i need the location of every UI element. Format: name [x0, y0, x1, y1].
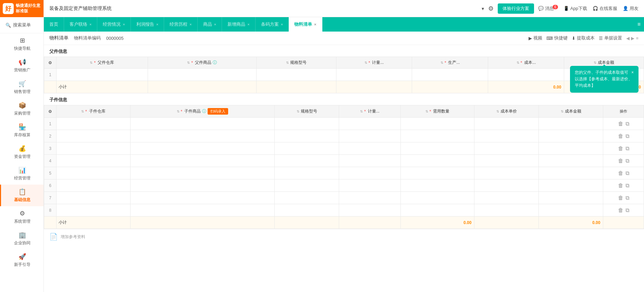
close-all-tabs-button[interactable]: ≡	[634, 21, 644, 27]
nav-prev-icon[interactable]: ◀	[626, 36, 630, 41]
tooltip-close-button[interactable]: ×	[631, 69, 634, 76]
child-unit-cost-6[interactable]	[474, 179, 539, 192]
parent-cost-cell[interactable]	[488, 69, 564, 81]
app-download-button[interactable]: 📱 App下载	[564, 5, 587, 12]
child-qty-8[interactable]	[400, 204, 474, 217]
child-product-4[interactable]	[130, 155, 275, 167]
child-unit-cost-1[interactable]	[474, 118, 539, 130]
tab-bom[interactable]: 物料清单 ×	[289, 17, 322, 32]
close-customers-icon[interactable]: ×	[89, 22, 91, 26]
search-menu-button[interactable]: 🔍 搜索菜单	[3, 20, 41, 30]
close-operations-icon[interactable]: ×	[123, 22, 125, 26]
child-qty-5[interactable]	[400, 167, 474, 179]
child-warehouse-1[interactable]	[57, 118, 131, 130]
child-cost-amount-3[interactable]	[539, 142, 603, 155]
message-button[interactable]: 💬 消息 6	[538, 5, 558, 12]
child-spec-3[interactable]	[275, 142, 339, 155]
child-unit-5[interactable]	[339, 167, 401, 179]
sidebar-item-enterprise[interactable]: 🏢 企业协同	[0, 228, 44, 249]
sidebar-item-finance[interactable]: 💰 资金管理	[0, 141, 44, 163]
child-qty-4[interactable]	[400, 155, 474, 167]
tab-operations-status[interactable]: 经营情况 ×	[97, 17, 131, 32]
trial-button[interactable]: 体验行业方案	[498, 3, 534, 14]
close-new-product-icon[interactable]: ×	[247, 22, 249, 26]
child-warehouse-8[interactable]	[57, 204, 131, 217]
copy-row-8-icon[interactable]: ⧉	[626, 207, 629, 213]
view-action[interactable]: ▶ 视频	[529, 35, 542, 41]
child-unit-cost-3[interactable]	[474, 142, 539, 155]
extract-cost-action[interactable]: ⬇ 提取成本	[572, 35, 595, 41]
copy-row-1-icon[interactable]: ⧉	[626, 121, 629, 127]
sidebar-item-guide[interactable]: 🚀 新手引导	[0, 249, 44, 271]
delete-row-5-icon[interactable]: 🗑	[618, 170, 623, 176]
delete-row-1-icon[interactable]: 🗑	[618, 121, 623, 127]
child-cost-amount-4[interactable]	[539, 155, 603, 167]
sort-icon-2[interactable]: ⇅	[187, 61, 190, 65]
tab-barcode[interactable]: 条码方案 ×	[256, 17, 289, 32]
child-unit-1[interactable]	[339, 118, 401, 130]
child-unit-cost-5[interactable]	[474, 167, 539, 179]
close-barcode-icon[interactable]: ×	[281, 22, 283, 26]
sidebar-item-system[interactable]: ⚙ 系统管理	[0, 206, 44, 228]
child-spec-6[interactable]	[275, 179, 339, 192]
child-col-settings[interactable]: ⚙	[44, 105, 57, 118]
settings-icon[interactable]: ⚙	[488, 5, 494, 12]
copy-row-4-icon[interactable]: ⧉	[626, 158, 629, 164]
sidebar-item-inventory[interactable]: 🏪 库存核算	[0, 120, 44, 141]
child-warehouse-6[interactable]	[57, 179, 131, 192]
child-product-7[interactable]	[130, 192, 275, 204]
child-spec-4[interactable]	[275, 155, 339, 167]
child-unit-cost-7[interactable]	[474, 192, 539, 204]
delete-row-2-icon[interactable]: 🗑	[618, 133, 623, 139]
child-spec-2[interactable]	[275, 130, 339, 142]
child-unit-7[interactable]	[339, 192, 401, 204]
close-history-icon[interactable]: ×	[189, 22, 191, 26]
copy-row-6-icon[interactable]: ⧉	[626, 183, 629, 189]
delete-row-4-icon[interactable]: 🗑	[618, 158, 623, 164]
parent-unit-cell[interactable]	[336, 69, 412, 81]
copy-row-3-icon[interactable]: ⧉	[626, 145, 629, 152]
child-qty-1[interactable]	[400, 118, 474, 130]
parent-col-settings[interactable]: ⚙	[44, 57, 57, 69]
add-reference-icon[interactable]: 📄	[49, 233, 58, 241]
child-qty-2[interactable]	[400, 130, 474, 142]
child-spec-8[interactable]	[275, 204, 339, 217]
shortcut-action[interactable]: ⌨ 快捷键	[546, 35, 568, 41]
close-products-icon[interactable]: ×	[214, 22, 216, 26]
parent-product-cell[interactable]	[148, 69, 256, 81]
tab-products[interactable]: 商品 ×	[198, 17, 222, 32]
child-warehouse-5[interactable]	[57, 167, 131, 179]
tab-customers[interactable]: 客户联络 ×	[64, 17, 97, 32]
child-product-2[interactable]	[130, 130, 275, 142]
online-service-button[interactable]: 🎧 在线客服	[593, 5, 617, 12]
child-spec-5[interactable]	[275, 167, 339, 179]
child-qty-7[interactable]	[400, 192, 474, 204]
child-unit-cost-8[interactable]	[474, 204, 539, 217]
child-unit-6[interactable]	[339, 179, 401, 192]
child-unit-2[interactable]	[339, 130, 401, 142]
child-cost-amount-8[interactable]	[539, 204, 603, 217]
child-spec-1[interactable]	[275, 118, 339, 130]
child-unit-8[interactable]	[339, 204, 401, 217]
sidebar-item-basic-info[interactable]: 📋 基础信息	[0, 185, 44, 206]
close-profit-icon[interactable]: ×	[156, 22, 158, 26]
child-product-8[interactable]	[130, 204, 275, 217]
sidebar-item-marketing[interactable]: 📢 营销推广	[0, 55, 44, 77]
child-warehouse-7[interactable]	[57, 192, 131, 204]
tab-operations-history[interactable]: 经营历程 ×	[164, 17, 197, 32]
tab-home[interactable]: 首页	[44, 17, 64, 32]
child-spec-7[interactable]	[275, 192, 339, 204]
system-dropdown-icon[interactable]: ▾	[482, 6, 484, 11]
child-qty-3[interactable]	[400, 142, 474, 155]
parent-warehouse-cell[interactable]	[57, 69, 148, 81]
delete-row-3-icon[interactable]: 🗑	[618, 145, 623, 152]
delete-row-8-icon[interactable]: 🗑	[618, 207, 623, 213]
copy-row-5-icon[interactable]: ⧉	[626, 170, 629, 176]
child-unit-4[interactable]	[339, 155, 401, 167]
child-cost-amount-1[interactable]	[539, 118, 603, 130]
sidebar-item-sales[interactable]: 🛒 销售管理	[0, 77, 44, 98]
child-cost-amount-7[interactable]	[539, 192, 603, 204]
tab-new-product[interactable]: 新增商品 ×	[222, 17, 255, 32]
user-button[interactable]: 👤 用友	[623, 5, 639, 12]
nav-next-icon[interactable]: ▶	[631, 36, 634, 41]
